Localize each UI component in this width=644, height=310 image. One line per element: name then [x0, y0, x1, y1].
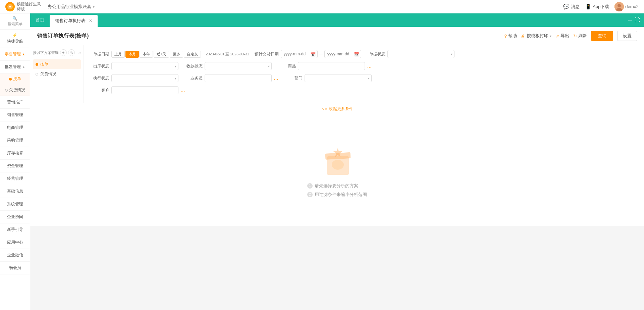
sidebar-sub-wholesale: 按单 欠货情况 — [0, 73, 30, 96]
payment-select[interactable] — [205, 62, 272, 70]
active-dot — [9, 78, 12, 81]
user-avatar[interactable]: demo2 — [614, 2, 639, 11]
nav-icon: ⚡ — [12, 33, 17, 38]
print-btn[interactable]: 🖨 按模板打印 ▾ — [521, 33, 551, 39]
refresh-btn[interactable]: ↻ 刷新 — [573, 33, 587, 39]
page-header: 销售订单执行表(按单) ? 帮助 🖨 按模板打印 ▾ ↗ 导出 — [30, 27, 644, 45]
date-start-wrapper: 📅 — [281, 50, 318, 58]
window-minimize-icon[interactable]: ─ — [628, 17, 632, 23]
sidebar-item-marketing[interactable]: 营销推广 — [0, 96, 30, 109]
plan-inactive-dot — [36, 73, 38, 75]
sidebar-item-purchase[interactable]: 采购管理 — [0, 134, 30, 147]
help-icon: ? — [504, 34, 507, 39]
goods-more-btn[interactable]: … — [367, 63, 372, 69]
sidebar-item-newbie[interactable]: 新手引导 — [0, 223, 30, 236]
date-tab-currentmonth[interactable]: 本月 — [125, 51, 139, 58]
department-select[interactable] — [305, 74, 372, 82]
empty-box-svg — [320, 141, 357, 178]
sidebar-item-appstore[interactable]: 应用中心 — [0, 236, 30, 249]
export-btn[interactable]: ↗ 导出 — [555, 33, 569, 39]
logo-icon — [5, 2, 15, 11]
tab-close-btn[interactable]: ✕ — [89, 18, 92, 23]
sidebar-item-basic[interactable]: 基础信息 — [0, 185, 30, 198]
sidebar-item-enterprise[interactable]: 企业协同 — [0, 211, 30, 223]
search-icon: 🔍 — [12, 16, 17, 21]
collapse-more-btn[interactable]: ∧∧ 收起更多条件 — [30, 103, 644, 114]
settings-button[interactable]: 设置 — [617, 31, 637, 41]
phone-icon: 📱 — [585, 4, 591, 10]
filter-group-payment: 收款状态 — [184, 62, 272, 70]
sidebar-item-wholesale[interactable]: 批发管理 ▲ — [0, 61, 30, 73]
filter-left: 按以下方案查询 + ✎ « 按单 欠货情况 — [30, 45, 84, 103]
filter-plan-order[interactable]: 按单 — [33, 59, 81, 69]
empty-step-1: 1 请先选择要分析的方案 — [307, 182, 367, 190]
message-icon: 💬 — [563, 4, 570, 10]
sidebar-item-retail[interactable]: 零售管理 ▲ — [0, 48, 30, 61]
tab-home[interactable]: 首页 — [30, 13, 50, 27]
sidebar: 🔍 搜索菜单 ⚡ 快捷导航 零售管理 ▲ 批发管理 ▲ 按单 欠货情况 — [0, 13, 30, 310]
date-range-display: 2023-03-01 至 2023-03-31 — [206, 52, 249, 57]
help-btn[interactable]: ? 帮助 — [504, 33, 517, 39]
sidebar-search[interactable]: 🔍 搜索菜单 — [0, 13, 30, 30]
status-select[interactable] — [387, 50, 454, 58]
filter-group-status: 单据状态 — [367, 50, 454, 58]
date-tab-lastmonth[interactable]: 上月 — [111, 51, 125, 58]
sidebar-item-system[interactable]: 系统管理 — [0, 198, 30, 211]
breadcrumb[interactable]: 办公用品行业模拟账套 ▾ — [48, 4, 95, 10]
filter-group-department: 部门 — [284, 74, 372, 82]
window-maximize-icon[interactable]: ⛶ — [635, 17, 640, 23]
header-right: 💬 消息 📱 App下载 demo2 — [563, 2, 639, 11]
edit-plan-btn[interactable]: ✎ — [68, 49, 75, 56]
date-tab-currentyear[interactable]: 本年 — [140, 51, 153, 58]
date-separator: — — [319, 52, 323, 56]
filter-plan-debt[interactable]: 欠货情况 — [33, 69, 81, 79]
tab-sales-order[interactable]: 销售订单执行表 ✕ — [50, 15, 98, 27]
tab-bar-right: ─ ⛶ — [628, 17, 644, 23]
app-download-btn[interactable]: 📱 App下载 — [585, 4, 609, 10]
sidebar-item-sales[interactable]: 销售管理 — [0, 109, 30, 121]
delivery-select[interactable] — [111, 62, 178, 70]
sidebar-sub-order[interactable]: 按单 — [0, 73, 30, 85]
sidebar-item-finance[interactable]: 资金管理 — [0, 160, 30, 172]
svg-point-2 — [618, 4, 621, 7]
date-tab-last7[interactable]: 近7天 — [154, 51, 169, 58]
logo-area: 畅捷通好生意 标版 — [5, 2, 41, 11]
sidebar-item-operation[interactable]: 经营管理 — [0, 172, 30, 185]
plan-active-dot — [36, 63, 38, 66]
step-num-1: 1 — [307, 183, 313, 189]
filter-group-delivery: 出库状态 — [91, 62, 178, 70]
sidebar-item-ecommerce[interactable]: 电商管理 — [0, 121, 30, 134]
filter-group-goods: 商品 … — [277, 62, 372, 70]
sidebar-sub-debt[interactable]: 欠货情况 — [0, 85, 30, 96]
print-icon: 🖨 — [521, 34, 525, 39]
sidebar-item-inventory[interactable]: 库存核算 — [0, 147, 30, 160]
collapse-left-btn[interactable]: « — [78, 50, 81, 55]
message-btn[interactable]: 💬 消息 — [563, 4, 580, 10]
date-range-expected: 📅 — 📅 — [281, 50, 361, 58]
salesman-more-btn[interactable]: … — [274, 75, 278, 81]
inactive-dot — [5, 89, 8, 92]
main-layout: 🔍 搜索菜单 ⚡ 快捷导航 零售管理 ▲ 批发管理 ▲ 按单 欠货情况 — [0, 13, 644, 310]
filter-row-3: 执行状态 业务员 … — [91, 74, 637, 82]
sidebar-item-member[interactable]: 畅会员 — [0, 262, 30, 274]
page-content: 销售订单执行表(按单) ? 帮助 🖨 按模板打印 ▾ ↗ 导出 — [30, 27, 644, 310]
add-plan-btn[interactable]: + — [60, 49, 67, 56]
execution-select[interactable] — [111, 74, 178, 82]
print-arrow-icon: ▾ — [550, 34, 551, 38]
goods-input[interactable] — [298, 62, 365, 70]
filter-row-1: 单据日期 上月 本月 本年 近7天 更多 自定义 2023-03-01 至 20… — [91, 50, 637, 58]
date-end-wrapper: 📅 — [324, 50, 361, 58]
header-left: 畅捷通好生意 标版 办公用品行业模拟账套 ▾ — [5, 2, 95, 11]
customer-more-btn[interactable]: … — [180, 88, 185, 93]
salesman-input[interactable] — [205, 74, 272, 82]
filter-panel: 按以下方案查询 + ✎ « 按单 欠货情况 — [30, 45, 644, 103]
sidebar-item-nav[interactable]: ⚡ 快捷导航 — [0, 30, 30, 48]
expand-icon: ▲ — [22, 52, 25, 56]
filter-group-date: 单据日期 上月 本月 本年 近7天 更多 自定义 2023-03-01 至 20… — [91, 51, 249, 58]
sidebar-item-wechat[interactable]: 企业微信 — [0, 249, 30, 262]
date-tab-more[interactable]: 更多 — [170, 51, 183, 58]
query-button[interactable]: 查询 — [591, 31, 613, 41]
date-tab-custom[interactable]: 自定义 — [184, 51, 201, 58]
customer-input[interactable] — [111, 86, 178, 94]
filter-row-4: 客户 … — [91, 86, 637, 94]
